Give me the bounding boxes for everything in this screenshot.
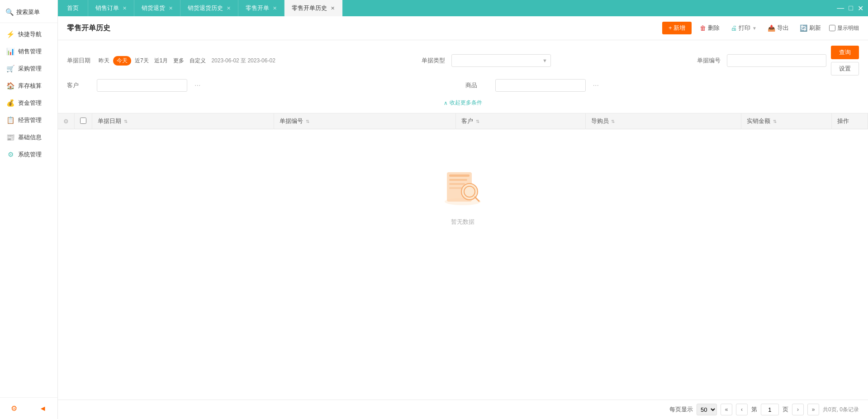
sales-mgmt-icon: 📊 [6, 47, 14, 56]
sidebar-item-inventory[interactable]: 🏠 库存核算 [0, 77, 57, 94]
svg-rect-2 [449, 174, 470, 177]
maximize-button[interactable]: □ [849, 4, 853, 12]
tab-sales-return[interactable]: 销货退货 ✕ [134, 0, 180, 16]
sidebar-search-section: 🔍 搜索菜单 [0, 0, 57, 23]
tab-retail-open-label: 零售开单 [246, 4, 269, 12]
last-page-button[interactable]: » [807, 404, 819, 415]
sort-amount-icon: ⇅ [773, 119, 777, 124]
date-options: 昨天 今天 近7天 近1月 更多 自定义 2023-06-02 至 2023-0… [97, 56, 275, 66]
export-button[interactable]: 📤 导出 [765, 22, 792, 34]
svg-rect-5 [449, 187, 463, 189]
order-type-select[interactable] [451, 54, 551, 67]
date-opt-yesterday[interactable]: 昨天 [97, 56, 111, 66]
sidebar-item-quick-nav[interactable]: ⚡ 快捷导航 [0, 26, 57, 43]
tab-retail-open-history-close[interactable]: ✕ [331, 5, 335, 11]
th-date[interactable]: 单据日期 ⇅ [92, 113, 274, 129]
show-detail-section: 显示明细 [829, 24, 859, 32]
sidebar-bottom: ⚙ ◄ [0, 397, 57, 419]
customer-input[interactable] [97, 79, 187, 92]
page-size-select[interactable]: 50 [697, 404, 717, 415]
print-button[interactable]: 🖨 打印 ▼ [728, 22, 759, 34]
th-customer[interactable]: 客户 ⇅ [455, 113, 585, 129]
minimize-button[interactable]: — [837, 4, 844, 12]
sidebar-item-sales-mgmt[interactable]: 📊 销售管理 [0, 43, 57, 60]
settings-bottom-button[interactable]: ⚙ [7, 402, 21, 414]
first-page-button[interactable]: « [721, 404, 732, 415]
tab-sales-order-close[interactable]: ✕ [123, 5, 127, 11]
sidebar-item-label: 库存核算 [18, 82, 42, 90]
date-range-display: 2023-06-02 至 2023-06-02 [211, 57, 275, 65]
refresh-icon: 🔄 [800, 24, 807, 32]
close-button[interactable]: ✕ [858, 4, 863, 13]
date-opt-today[interactable]: 今天 [113, 56, 131, 66]
th-gear[interactable]: ⚙ [58, 113, 75, 129]
th-amount[interactable]: 实销金额 ⇅ [741, 113, 832, 129]
customer-label: 客户 [67, 81, 92, 89]
search-menu-button[interactable]: 🔍 搜索菜单 [0, 6, 57, 18]
delete-icon: 🗑 [700, 24, 706, 32]
customer-dots[interactable]: ··· [192, 81, 203, 89]
page-size-label: 每页显示 [669, 405, 693, 414]
select-all-checkbox[interactable] [80, 118, 86, 124]
delete-button[interactable]: 🗑 删除 [697, 22, 722, 34]
query-button[interactable]: 查询 [831, 46, 859, 59]
sidebar-item-base-info[interactable]: 📰 基础信息 [0, 129, 57, 146]
tab-sales-return-history-label: 销货退货历史 [188, 4, 223, 12]
collapse-sidebar-button[interactable]: ◄ [36, 403, 50, 414]
add-button[interactable]: + 新增 [662, 22, 692, 34]
tab-sales-return-history[interactable]: 销货退货历史 ✕ [180, 0, 238, 16]
filter-row-2: 客户 ··· 商品 ··· [67, 79, 859, 92]
collapse-label: 收起更多条件 [450, 99, 482, 107]
main-content: 首页 销售订单 ✕ 销货退货 ✕ 销货退货历史 ✕ 零售开单 ✕ 零售开单历史 … [58, 0, 868, 419]
tab-retail-open-close[interactable]: ✕ [273, 5, 277, 11]
sidebar-item-label: 基础信息 [18, 133, 42, 141]
show-detail-checkbox[interactable] [829, 25, 835, 31]
finance-icon: 💰 [6, 99, 14, 107]
sort-salesperson-icon: ⇅ [611, 119, 615, 124]
window-controls: — □ ✕ [837, 4, 868, 13]
tab-retail-open[interactable]: 零售开单 ✕ [238, 0, 285, 16]
sidebar-item-label: 销售管理 [18, 47, 42, 56]
date-opt-more[interactable]: 更多 [171, 56, 186, 66]
show-detail-label: 显示明细 [837, 24, 859, 32]
total-info: 共0页, 0条记录 [823, 406, 859, 414]
order-no-input[interactable] [727, 54, 826, 67]
sidebar-item-label: 快捷导航 [18, 30, 42, 38]
sidebar-item-sys-mgmt[interactable]: ⚙ 系统管理 [0, 146, 57, 163]
collapse-button[interactable]: ∧ 收起更多条件 [444, 97, 482, 108]
tab-sales-order[interactable]: 销售订单 ✕ [88, 0, 134, 16]
th-customer-label: 客户 [461, 118, 473, 124]
date-opt-last-month[interactable]: 近1月 [152, 56, 170, 66]
tab-sales-return-close[interactable]: ✕ [169, 5, 173, 11]
date-opt-custom[interactable]: 自定义 [188, 56, 208, 66]
page-title: 零售开单历史 [67, 24, 110, 33]
sidebar-item-purchase-mgmt[interactable]: 🛒 采购管理 [0, 60, 57, 77]
filter-row-1: 单据日期 昨天 今天 近7天 近1月 更多 自定义 2023-06-02 至 2… [67, 46, 859, 75]
th-checkbox[interactable] [75, 113, 92, 129]
goods-dots[interactable]: ··· [590, 81, 602, 89]
refresh-button[interactable]: 🔄 刷新 [797, 22, 824, 34]
tab-retail-open-history[interactable]: 零售开单历史 ✕ [285, 0, 342, 16]
tab-sales-return-history-close[interactable]: ✕ [227, 5, 231, 11]
th-order-no-label: 单据编号 [280, 118, 303, 124]
goods-input[interactable] [495, 79, 586, 92]
th-salesperson[interactable]: 导购员 ⇅ [585, 113, 741, 129]
next-page-button[interactable]: › [792, 404, 804, 415]
filter-settings-button[interactable]: 设置 [831, 62, 859, 75]
empty-state: 暂无数据 [58, 129, 868, 244]
prev-page-button[interactable]: ‹ [736, 404, 748, 415]
data-table: ⚙ 单据日期 ⇅ 单据编号 ⇅ 客户 ⇅ [58, 113, 868, 244]
date-opt-last7[interactable]: 近7天 [133, 56, 151, 66]
sidebar-item-operations[interactable]: 📋 经营管理 [0, 112, 57, 129]
th-order-no[interactable]: 单据编号 ⇅ [274, 113, 455, 129]
table-area: ⚙ 单据日期 ⇅ 单据编号 ⇅ 客户 ⇅ [58, 113, 868, 400]
sidebar-item-finance[interactable]: 💰 资金管理 [0, 94, 57, 112]
inventory-icon: 🏠 [6, 82, 14, 90]
sort-customer-icon: ⇅ [476, 119, 479, 124]
page-number-input[interactable] [761, 404, 779, 415]
operations-icon: 📋 [6, 116, 14, 124]
print-icon: 🖨 [730, 24, 737, 32]
export-icon: 📤 [768, 24, 775, 32]
tab-home[interactable]: 首页 [58, 0, 88, 16]
svg-rect-4 [449, 183, 465, 185]
